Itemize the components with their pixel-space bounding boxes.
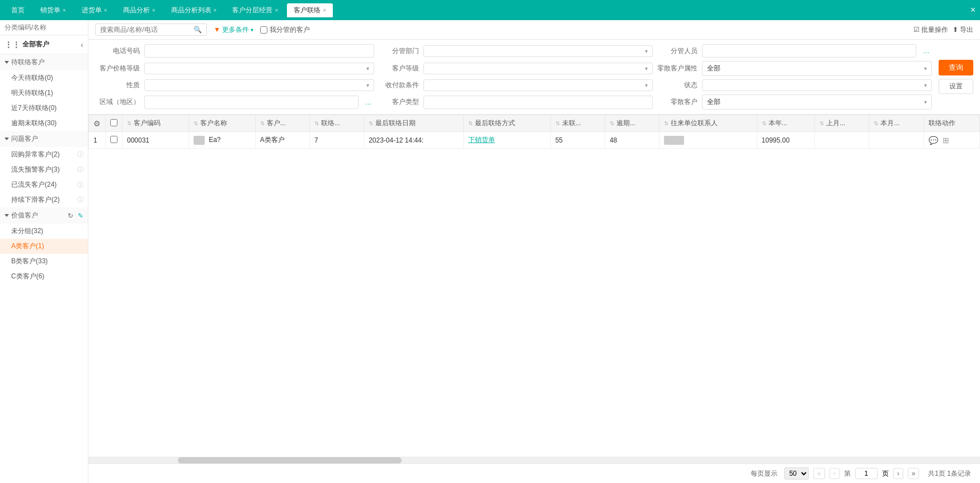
- section-toggle-problem[interactable]: [4, 138, 9, 140]
- sort-icon-type[interactable]: ⇅: [260, 120, 265, 126]
- tab-customer-tier[interactable]: 客户分层经营 ×: [225, 3, 285, 17]
- qr-btn[interactable]: ⊞: [943, 136, 949, 145]
- sidebar-item-7days[interactable]: 近7天待联络(0): [0, 101, 88, 116]
- filter-field-price-level: 客户价格等级 ▾: [95, 63, 374, 74]
- sidebar-item-declining[interactable]: 持续下滑客户(2) ⓘ: [0, 192, 88, 207]
- filter-select-price-level[interactable]: ▾: [144, 63, 374, 74]
- filter-input-region[interactable]: [144, 96, 359, 109]
- filter-select-payment[interactable]: ▾: [423, 79, 653, 91]
- sort-icon-year[interactable]: ⇅: [762, 120, 766, 126]
- col-customer-name: ⇅ 客户名称: [189, 115, 255, 132]
- col-gear: ⚙: [89, 115, 106, 132]
- sort-icon-date[interactable]: ⇅: [369, 120, 373, 126]
- edit-icon[interactable]: ✎: [78, 212, 83, 220]
- collapse-sidebar-btn[interactable]: ‹: [81, 40, 83, 49]
- sidebar-item-overdue[interactable]: 逾期未联络(30): [0, 116, 88, 131]
- close-tab-purchase[interactable]: ×: [104, 7, 107, 13]
- sidebar-item-class-c[interactable]: C类客户(6): [0, 269, 88, 284]
- horizontal-scrollbar[interactable]: [88, 457, 980, 463]
- last-contact-method-link[interactable]: 下销货单: [468, 136, 495, 144]
- sidebar-item-class-a[interactable]: A类客户(1): [0, 239, 88, 254]
- close-tab-product[interactable]: ×: [152, 7, 156, 13]
- col-gear-btn[interactable]: ⚙: [93, 119, 101, 128]
- sidebar-item-rebuy-abnormal[interactable]: 回购异常客户(2) ⓘ: [0, 147, 88, 162]
- sidebar-item-tomorrow[interactable]: 明天待联络(1): [0, 86, 88, 101]
- last-page-btn[interactable]: »: [908, 468, 920, 479]
- next-page-btn[interactable]: ›: [893, 468, 903, 479]
- table-row: 1 000031 Ea? A类客户 7 2023-04-12 14:44:: [89, 132, 980, 149]
- row-select-checkbox[interactable]: [110, 136, 117, 143]
- filter-select-nature[interactable]: ▾: [144, 79, 374, 91]
- close-tab-product-list[interactable]: ×: [214, 7, 217, 13]
- sidebar-item-churn-warning[interactable]: 流失预警客户(3) ⓘ: [0, 162, 88, 177]
- filter-input-person[interactable]: [702, 44, 916, 58]
- col-last-month: ⇅ 上月...: [815, 115, 869, 132]
- filter-select-customer-level[interactable]: ▾: [423, 63, 653, 74]
- row-contact-person: [659, 132, 757, 149]
- filter-input-customer-type[interactable]: [423, 96, 653, 109]
- page-input[interactable]: [855, 468, 878, 479]
- export-btn[interactable]: ⬆ 导出: [953, 25, 973, 35]
- sidebar-item-churned[interactable]: 已流失客户(24) ⓘ: [0, 177, 88, 192]
- col-customer-code: ⇅ 客户编码: [123, 115, 189, 132]
- sidebar-item-unclassified[interactable]: 未分组(32): [0, 224, 88, 239]
- section-toggle-value[interactable]: [4, 214, 9, 217]
- pagination-bar: 每页显示 50 « ‹ 第 页 › » 共1页 1条记录: [88, 463, 980, 483]
- section-toggle-pending[interactable]: [4, 61, 9, 64]
- close-tab-sales[interactable]: ×: [63, 7, 66, 13]
- sidebar-search-input[interactable]: [4, 23, 88, 31]
- section-header-value: 价值客户 ↻ ✎: [0, 207, 88, 224]
- sidebar-all-customers[interactable]: ⋮⋮ 全部客户 ‹: [0, 35, 88, 54]
- filter-field-status: 状态 ▾: [653, 79, 932, 91]
- tab-product-analysis-list[interactable]: 商品分析列表 ×: [164, 3, 224, 17]
- filter-select-dept[interactable]: ▾: [423, 45, 653, 57]
- sort-icon-person[interactable]: ⇅: [664, 120, 668, 126]
- refresh-icon[interactable]: ↻: [68, 212, 73, 220]
- setting-btn[interactable]: 设置: [939, 79, 973, 94]
- sort-icon-name[interactable]: ⇅: [194, 120, 198, 126]
- sidebar-item-today[interactable]: 今天待联络(0): [0, 70, 88, 86]
- col-contact-person: ⇅ 往来单位联系人: [659, 115, 757, 132]
- filter-select-scattered-attr[interactable]: 全部 ▾: [702, 61, 932, 76]
- sort-icon-lastmonth[interactable]: ⇅: [819, 120, 824, 126]
- sort-icon-code[interactable]: ⇅: [127, 120, 131, 126]
- filter-input-phone[interactable]: [144, 44, 374, 58]
- main-search-box[interactable]: 🔍: [95, 23, 207, 36]
- filter-label-status: 状态: [653, 80, 698, 90]
- sort-icon-overdue[interactable]: ⇅: [610, 120, 614, 126]
- select-all-checkbox[interactable]: [110, 119, 117, 126]
- first-page-btn[interactable]: «: [813, 468, 825, 479]
- row-this-month: [869, 132, 924, 149]
- tab-purchase-order[interactable]: 进货单 ×: [75, 3, 114, 17]
- grid-icon: ⋮⋮: [4, 40, 20, 49]
- my-customers-checkbox[interactable]: [260, 26, 267, 34]
- sort-icon-contact[interactable]: ⇅: [314, 120, 319, 126]
- close-tab-customer-tier[interactable]: ×: [275, 7, 278, 13]
- chat-btn[interactable]: 💬: [929, 136, 938, 145]
- tab-product-analysis[interactable]: 商品分析 ×: [116, 3, 162, 17]
- my-customers-filter[interactable]: 我分管的客户: [260, 25, 310, 35]
- filter-select-scattered[interactable]: 全部 ▾: [702, 94, 932, 110]
- query-btn[interactable]: 查询: [939, 60, 973, 75]
- sidebar-item-class-b[interactable]: B类客户(33): [0, 254, 88, 269]
- prev-page-btn[interactable]: ‹: [830, 468, 840, 479]
- more-filters-btn[interactable]: ▼ 更多条件 ▾: [214, 25, 253, 35]
- main-search-icon[interactable]: 🔍: [194, 26, 202, 34]
- col-overdue: ⇅ 逾期...: [605, 115, 659, 132]
- tab-customer-contact[interactable]: 客户联络 ×: [287, 3, 333, 17]
- batch-op-btn[interactable]: ☑ 批量操作: [913, 25, 948, 35]
- scroll-thumb[interactable]: [178, 457, 402, 463]
- ellipsis-region[interactable]: …: [363, 98, 374, 106]
- sort-icon-method[interactable]: ⇅: [468, 120, 473, 126]
- sort-icon-thismonth[interactable]: ⇅: [874, 120, 878, 126]
- tab-home[interactable]: 首页: [4, 3, 31, 17]
- tab-sales-order[interactable]: 销货单 ×: [34, 3, 73, 17]
- chevron-down-scattered2: ▾: [924, 99, 927, 105]
- close-window-btn[interactable]: ×: [970, 5, 976, 15]
- sort-icon-nocontact[interactable]: ⇅: [555, 120, 560, 126]
- ellipsis-person[interactable]: …: [921, 47, 932, 55]
- main-search-input[interactable]: [100, 26, 191, 34]
- close-tab-customer-contact[interactable]: ×: [323, 7, 326, 13]
- page-size-select[interactable]: 50: [784, 467, 809, 480]
- filter-select-status[interactable]: ▾: [702, 79, 932, 91]
